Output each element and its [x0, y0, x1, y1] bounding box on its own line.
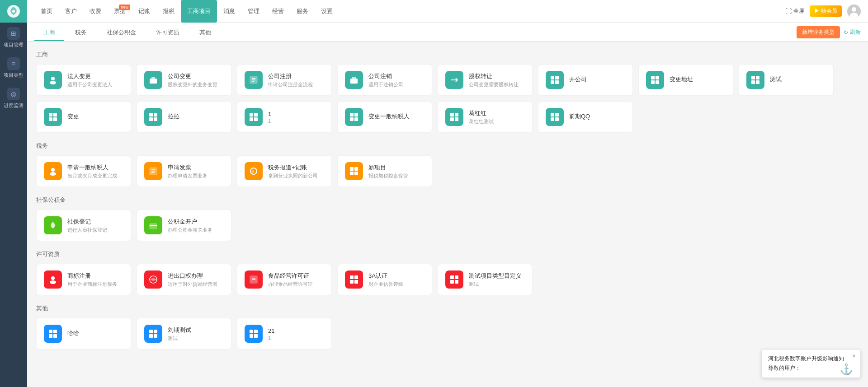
card-equity-transfer[interactable]: 股权转让 公司变更需要股权转让: [438, 64, 533, 96]
card-change-tax[interactable]: 变更一般纳税人: [337, 101, 432, 133]
refresh-button[interactable]: ↻ 刷新: [844, 28, 861, 36]
card-food-license[interactable]: 食品经营许可证 办理食品经营许可证: [237, 264, 332, 295]
svg-rect-7: [150, 79, 157, 84]
notification-body: 尊敬的用户：: [768, 364, 844, 372]
card-open-company[interactable]: 开公司: [538, 64, 633, 96]
content: 工商 税务 社保公积金 许可资质 其他 新增业务类型 ↻ 刷新 工商: [27, 23, 868, 387]
add-type-button[interactable]: 新增业务类型: [797, 26, 840, 38]
fullscreen-btn[interactable]: ⛶ 全屏: [785, 7, 804, 15]
section-title-social: 社保公积金: [36, 196, 859, 204]
sidebar-item-project-type[interactable]: ≡ 项目类型: [0, 53, 27, 83]
trademark-register-icon: [44, 270, 62, 289]
card-change[interactable]: 变更: [36, 101, 131, 133]
nav-operate[interactable]: 经营: [266, 0, 290, 23]
liuqiceshi-icon: [144, 325, 162, 343]
nav-tax[interactable]: 报税: [156, 0, 181, 23]
nav-client[interactable]: 客户: [59, 0, 83, 23]
tab-tax[interactable]: 税务: [66, 25, 96, 41]
card-lala[interactable]: 拉拉: [137, 101, 231, 133]
notification-decorative-icon: ⚓: [840, 363, 853, 376]
svg-rect-43: [450, 113, 454, 117]
project-type-icon: ≡: [7, 57, 20, 70]
nav-message[interactable]: 消息: [217, 0, 241, 23]
tab-other[interactable]: 其他: [190, 25, 220, 41]
svg-rect-80: [53, 330, 57, 333]
card-one[interactable]: 1 1: [237, 101, 332, 133]
nav-service[interactable]: 服务: [290, 0, 315, 23]
user-avatar[interactable]: [847, 5, 861, 18]
3a-cert-icon: [345, 270, 363, 289]
card-new-project[interactable]: 新项目 报税加税控盘保管: [337, 155, 432, 187]
tab-license[interactable]: 许可资质: [147, 25, 189, 41]
card-test-type-define[interactable]: 测试项目类型目定义 测试: [438, 264, 533, 295]
social-register-icon: [44, 216, 62, 234]
card-company-change[interactable]: 公司变更 股权变更外的业务变更: [137, 64, 231, 96]
svg-rect-86: [154, 334, 157, 338]
svg-text:¥: ¥: [251, 169, 255, 174]
nav-accounting[interactable]: 记账: [132, 0, 156, 23]
notification-close-button[interactable]: ×: [852, 352, 856, 359]
card-company-cancel[interactable]: 公司注销 适用于注销公司: [337, 64, 432, 96]
section-title-tax: 税务: [36, 142, 859, 150]
card-change-address[interactable]: 变更地址: [638, 64, 733, 96]
card-liuqiceshi[interactable]: 刘期测试 测试: [137, 318, 231, 350]
change-icon: [44, 108, 62, 126]
nav-settings[interactable]: 设置: [315, 0, 339, 23]
sidebar: ⊞ 项目管理 ≡ 项目类型 ◎ 进度监测: [0, 0, 27, 387]
svg-rect-90: [254, 334, 258, 338]
member-button[interactable]: ▶ 畅会员: [810, 5, 842, 17]
svg-rect-24: [756, 76, 760, 79]
card-qiqiQQ[interactable]: 前期QQ: [538, 101, 633, 133]
tab-industry[interactable]: 工商: [34, 25, 64, 41]
sidebar-logo: [0, 0, 27, 23]
nav-billing[interactable]: 收费: [83, 0, 108, 23]
svg-rect-79: [49, 330, 52, 333]
card-legal-change[interactable]: 法人变更 适用于公司变更法人: [36, 64, 131, 96]
sidebar-item-project-mgmt[interactable]: ⊞ 项目管理: [0, 23, 27, 53]
svg-rect-71: [350, 275, 354, 279]
svg-point-6: [50, 81, 56, 84]
svg-rect-36: [254, 113, 258, 117]
notification-title: 河北税务数字账户升级影响通知: [768, 355, 844, 363]
card-import-export[interactable]: 进出口权办理 适用于对外贸易经营者: [137, 264, 231, 295]
svg-rect-41: [350, 117, 354, 121]
card-test[interactable]: 测试: [739, 64, 834, 96]
card-trademark-register[interactable]: 商标注册 用于企业商标注册服务: [36, 264, 131, 295]
change-address-icon: [646, 71, 664, 89]
svg-rect-87: [250, 330, 253, 333]
tab-bar: 工商 税务 社保公积金 许可资质 其他 新增业务类型 ↻ 刷新: [27, 23, 868, 42]
one-info: 1 1: [268, 111, 271, 124]
svg-rect-50: [555, 117, 559, 121]
svg-rect-73: [350, 280, 354, 284]
other-cards-grid: 哈哈 刘期测试 测试: [36, 318, 859, 350]
card-apply-invoice[interactable]: 申请发票 办理申请发票业务: [137, 155, 231, 187]
nav-home[interactable]: 首页: [34, 0, 59, 23]
svg-rect-27: [49, 113, 52, 117]
nav-biz-project[interactable]: 工商项目: [181, 0, 217, 23]
svg-rect-76: [455, 275, 458, 279]
member-icon: ▶: [814, 8, 820, 14]
tab-social-security[interactable]: 社保公积金: [98, 25, 145, 41]
change-address-info: 变更地址: [670, 75, 693, 84]
progress-monitor-icon: ◎: [7, 88, 20, 100]
svg-point-1: [12, 10, 15, 13]
section-title-other: 其他: [36, 304, 859, 312]
gehonghong-info: 葛红红 葛红红测试: [469, 109, 494, 125]
ticket-badge: new: [119, 5, 130, 10]
card-company-register[interactable]: 公司注册 申请公司注册全流程: [237, 64, 332, 96]
svg-rect-21: [651, 80, 655, 84]
card-gehonghong[interactable]: 葛红红 葛红红测试: [438, 101, 533, 133]
svg-point-5: [51, 77, 55, 80]
svg-rect-83: [149, 330, 153, 333]
card-tax-report-accounting[interactable]: ¥ 税务报道+记账 拿到营业执照的新公司: [237, 155, 332, 187]
card-3a-cert[interactable]: 3A认证 对企业信誉评级: [337, 264, 432, 295]
card-haha[interactable]: 哈哈: [36, 318, 131, 350]
card-twentyone[interactable]: 21 1: [237, 318, 332, 350]
nav-manage[interactable]: 管理: [241, 0, 266, 23]
card-apply-general-tax[interactable]: 申请一般纳税人 当月或次月成变更完成: [36, 155, 131, 187]
card-fund-account[interactable]: 公积金开户 办理公积金相关业务: [137, 210, 231, 241]
card-social-register[interactable]: 社保登记 进行人员社保登记: [36, 210, 131, 241]
sidebar-item-progress-monitor[interactable]: ◎ 进度监测: [0, 83, 27, 113]
food-license-icon: [245, 270, 263, 289]
nav-ticket[interactable]: 票据 new: [108, 0, 132, 23]
